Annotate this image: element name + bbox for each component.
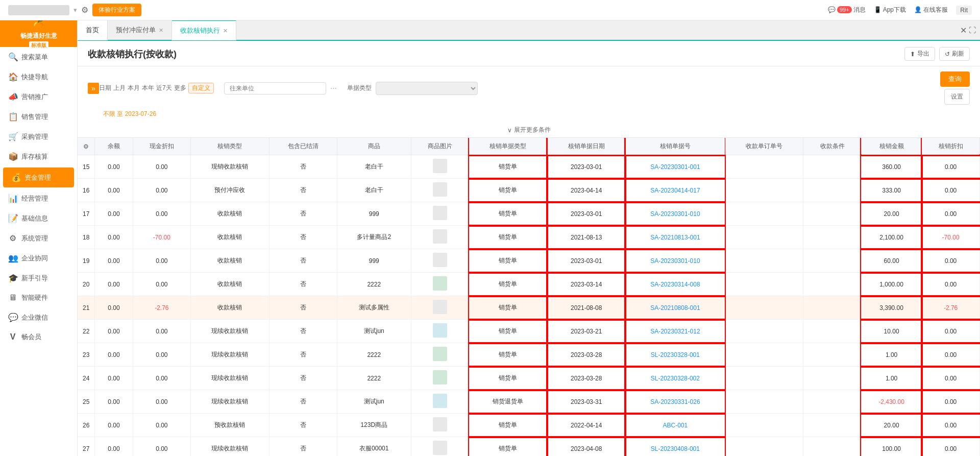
cell-voucher-no[interactable]: SA-20230301-010 <box>625 249 725 273</box>
sidebar-item-system[interactable]: ⚙ 系统管理 <box>0 228 77 248</box>
sidebar-item-member[interactable]: V 畅会员 <box>0 327 77 347</box>
cell-verify-discount: 0.00 <box>922 343 980 367</box>
sidebar-item-purchase[interactable]: 🛒 采购管理 <box>0 127 77 147</box>
finance-icon: 💰 <box>11 173 20 182</box>
cell-balance: 0.00 <box>95 226 133 249</box>
cell-balance: 0.00 <box>95 320 133 343</box>
cell-receipt-condition <box>803 296 862 320</box>
settings-gear-btn[interactable]: ⚙ <box>81 5 88 15</box>
app-container: ▾ ⚙ 体验行业方案 💬 99+ 消息 📱 App下载 👤 在线客服 Rit 🍊… <box>0 0 980 456</box>
cell-verify-type: 收款核销 <box>191 226 269 249</box>
cell-voucher-no[interactable]: SL-20230408-001 <box>625 437 725 457</box>
voucher-type-select[interactable] <box>376 82 478 95</box>
cell-voucher-date: 2023-03-28 <box>547 367 625 390</box>
th-settings[interactable]: ⚙ <box>78 138 95 155</box>
cell-voucher-date: 2023-03-01 <box>547 202 625 226</box>
notification-area[interactable]: 💬 99+ 消息 <box>828 6 866 14</box>
date-more[interactable]: 更多 <box>174 84 186 92</box>
sidebar: 🍊 畅捷通好生意 标准版 🔍 搜索菜单 🏠 快捷导航 📣 营销推广 📋 销售管理 <box>0 20 78 456</box>
cell-product: 老白干 <box>337 179 411 202</box>
cell-voucher-date: 2023-04-08 <box>547 437 625 457</box>
cell-cash-discount: 0.00 <box>133 273 191 296</box>
cell-voucher-type: 销货单 <box>469 343 547 367</box>
filter-expand-btn[interactable]: » <box>88 83 99 94</box>
sidebar-item-wechat[interactable]: 💬 企业微信 <box>0 307 77 327</box>
online-service-link[interactable]: 👤 在线客服 <box>914 6 948 14</box>
cell-voucher-type: 销货单 <box>469 437 547 457</box>
tab-verification-close[interactable]: ✕ <box>223 28 228 34</box>
voucher-type-group: 单据类型 <box>347 82 936 95</box>
cell-verify-type: 现续收款核销 <box>191 343 269 367</box>
cell-verify-type: 收款核销 <box>191 249 269 273</box>
date-7days[interactable]: 近7天 <box>156 84 172 92</box>
cell-receipt-condition <box>803 320 862 343</box>
sidebar-item-enterprise[interactable]: 👥 企业协同 <box>0 248 77 268</box>
th-voucher-date: 核销单据日期 <box>547 138 625 155</box>
filter-settings-btn[interactable]: 设置 <box>944 89 970 105</box>
from-unit-input[interactable] <box>224 82 326 94</box>
cell-voucher-no[interactable]: SA-20230321-012 <box>625 320 725 343</box>
tab-close-btn[interactable]: ✕ <box>960 26 967 35</box>
expand-more-btn[interactable]: ∨ 展开更多条件 <box>78 123 980 138</box>
cell-voucher-no[interactable]: SA-20230414-017 <box>625 179 725 202</box>
cell-voucher-no[interactable]: SL-20230328-001 <box>625 343 725 367</box>
cell-voucher-type: 销货单 <box>469 296 547 320</box>
sidebar-item-guide[interactable]: 🎓 新手引导 <box>0 268 77 288</box>
tab-maximize-btn[interactable]: ⛶ <box>969 26 976 34</box>
industry-solution-btn[interactable]: 体验行业方案 <box>92 4 141 16</box>
sidebar-item-finance[interactable]: 💰 资金管理 <box>3 167 74 187</box>
filter-date-group: 日期 上月 本月 本年 近7天 更多 自定义 <box>99 83 214 93</box>
tab-home[interactable]: 首页 <box>78 20 108 40</box>
top-bar-left: ▾ ⚙ 体验行业方案 <box>8 4 822 16</box>
cell-voucher-date: 2021-08-13 <box>547 226 625 249</box>
sidebar-item-sales[interactable]: 📋 销售管理 <box>0 107 77 127</box>
cell-voucher-no[interactable]: ABC-001 <box>625 414 725 437</box>
cell-voucher-no[interactable]: SA-20230301-001 <box>625 155 725 179</box>
refresh-btn[interactable]: ↺ 刷新 <box>939 47 970 61</box>
sidebar-item-quick-nav[interactable]: 🏠 快捷导航 <box>0 67 77 87</box>
sidebar-item-marketing[interactable]: 📣 营销推广 <box>0 87 77 107</box>
cell-voucher-no[interactable]: SA-20210808-001 <box>625 296 725 320</box>
tab-home-label: 首页 <box>86 26 99 35</box>
dropdown-arrow[interactable]: ▾ <box>74 6 77 14</box>
sidebar-item-inventory[interactable]: 📦 库存核算 <box>0 147 77 166</box>
cell-voucher-date: 2023-03-21 <box>547 320 625 343</box>
tab-verification[interactable]: 收款核销执行 ✕ <box>172 20 236 40</box>
query-btn[interactable]: 查询 <box>940 71 970 87</box>
cell-product: 多计量商品2 <box>337 226 411 249</box>
inventory-icon: 📦 <box>8 152 17 161</box>
user-display[interactable]: Rit <box>956 6 972 15</box>
app-download-link[interactable]: 📱 App下载 <box>874 6 906 14</box>
sidebar-item-hardware[interactable]: 🖥 智能硬件 <box>0 288 77 307</box>
cell-voucher-type: 销货单 <box>469 367 547 390</box>
cell-id: 18 <box>78 226 95 249</box>
sidebar-item-basic-info[interactable]: 📝 基础信息 <box>0 208 77 228</box>
tab-prepay[interactable]: 预付冲应付单 ✕ <box>108 20 172 40</box>
date-last-month[interactable]: 上月 <box>113 84 126 92</box>
page-header: 收款核销执行(按收款) ⬆ 导出 ↺ 刷新 <box>78 41 980 66</box>
cell-voucher-no[interactable]: SA-20230331-026 <box>625 390 725 414</box>
tab-prepay-close[interactable]: ✕ <box>159 27 163 34</box>
cell-voucher-no[interactable]: SL-20230328-002 <box>625 367 725 390</box>
date-custom-btn[interactable]: 自定义 <box>188 83 214 93</box>
cell-product-image <box>411 249 469 273</box>
cell-include-settled: 否 <box>269 273 337 296</box>
cell-voucher-no[interactable]: SA-20230314-008 <box>625 273 725 296</box>
cell-balance: 0.00 <box>95 179 133 202</box>
tab-prepay-label: 预付冲应付单 <box>116 26 156 35</box>
sidebar-item-operations[interactable]: 📊 经营管理 <box>0 188 77 208</box>
sidebar-label-basic-info: 基础信息 <box>21 214 48 223</box>
cell-voucher-no[interactable]: SA-20210813-001 <box>625 226 725 249</box>
table-row: 27 0.00 0.00 现续收款核销 否 衣服00001 销货单 2023-0… <box>78 437 980 457</box>
export-btn[interactable]: ⬆ 导出 <box>904 47 935 61</box>
th-balance: 余额 <box>95 138 133 155</box>
page-actions: ⬆ 导出 ↺ 刷新 <box>904 47 970 61</box>
cell-voucher-type: 销货单 <box>469 273 547 296</box>
date-this-month[interactable]: 本月 <box>128 84 140 92</box>
cell-verify-amount: 20.00 <box>861 414 921 437</box>
cell-voucher-no[interactable]: SA-20230301-010 <box>625 202 725 226</box>
sidebar-item-search[interactable]: 🔍 搜索菜单 <box>0 47 77 67</box>
cell-include-settled: 否 <box>269 202 337 226</box>
date-this-year[interactable]: 本年 <box>142 84 154 92</box>
cell-voucher-date: 2023-03-01 <box>547 249 625 273</box>
